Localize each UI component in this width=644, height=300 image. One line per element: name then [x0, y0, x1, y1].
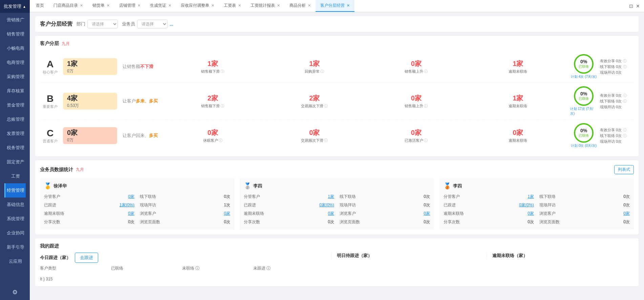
tab-close-icon[interactable]: ✕: [168, 3, 171, 8]
tier-bar-A[interactable]: 1家0万: [63, 58, 117, 75]
tier-row-C: C普通客户0家0万让客户回来、多买0家休眠客户 ⓘ0家交易频次下滑 ⓘ0家已激活…: [40, 120, 634, 152]
tab-label: 门店商品目录: [53, 3, 78, 8]
tab-actions: ⊡ ✕: [629, 3, 643, 9]
sidebar-item-新手引导[interactable]: 新手引导: [4, 240, 26, 254]
stat-value[interactable]: 0家: [528, 211, 534, 216]
stat-value[interactable]: 0家: [424, 211, 430, 216]
sidebar-item-固定资产[interactable]: 固定资产: [4, 155, 26, 169]
tab-label: 店铺管理: [119, 3, 135, 8]
stat-value[interactable]: 0家: [128, 211, 134, 216]
staff-card-0: 🥇徐泽华分管客户0家线下联络0次已跟进1家(0%)现场拜访1次逾期未联络0家浏览…: [40, 178, 234, 230]
sidebar-item-营销推广[interactable]: 营销推广: [4, 13, 26, 27]
sidebar-item-工资[interactable]: 工资: [4, 169, 26, 183]
staff-medal-0: 🥇: [44, 182, 51, 190]
stat-label: 线下联络: [539, 194, 556, 200]
tab-销货单[interactable]: 销货单✕: [88, 0, 114, 12]
staff-medal-1: 🥈: [244, 182, 251, 190]
list-view-btn[interactable]: 列表式: [614, 165, 634, 174]
more-filter-btn[interactable]: ...: [170, 22, 173, 27]
dept-select[interactable]: 请选择: [87, 20, 118, 28]
stat-value[interactable]: 0家: [128, 194, 134, 200]
col-linked: 已联络: [111, 266, 181, 271]
tab-商品分析[interactable]: 商品分析✕: [285, 0, 316, 12]
sidebar-item-资金管理[interactable]: 资金管理: [4, 98, 26, 112]
tier-stat-2[interactable]: 0家销售额上升 ⓘ: [367, 59, 466, 74]
sidebar-item-云应用[interactable]: 云应用: [4, 254, 26, 269]
stat-label: 浏览客户: [140, 211, 156, 216]
tab-门店商品目录[interactable]: 门店商品目录✕: [49, 0, 88, 12]
sidebar-item-企业协同[interactable]: 企业协同: [4, 226, 26, 240]
tab-首页[interactable]: 首页: [31, 0, 49, 12]
stat-value[interactable]: 1家: [528, 194, 534, 200]
tier-slogan-C: 让客户回来、多买: [120, 133, 160, 139]
staff-stat-left-0: 分管客户1家: [444, 193, 534, 200]
staff-name-1: 李四: [253, 183, 262, 189]
tab-生成凭证[interactable]: 生成凭证✕: [145, 0, 176, 12]
tab-工资统计报表[interactable]: 工资统计报表✕: [246, 0, 285, 12]
tab-close-icon[interactable]: ✕: [137, 3, 141, 8]
sidebar-item-小畅电商[interactable]: 小畅电商: [4, 41, 26, 55]
circle-plan-label[interactable]: 计划 4次 (7天/次): [571, 74, 597, 79]
staff-stat-right-1: 现场拜访1次: [140, 202, 230, 209]
tab-close-icon[interactable]: ✕: [277, 3, 280, 8]
restore-icon[interactable]: ⊡: [629, 3, 633, 9]
tab-close-icon[interactable]: ✕: [238, 3, 241, 8]
circle-plan-label[interactable]: 计划 0次 (0天/次): [571, 143, 597, 148]
sidebar-top[interactable]: 批发管理 ▲: [0, 0, 30, 13]
tier-stat-3[interactable]: 1家逾期未联络: [469, 59, 568, 74]
tab-工资表[interactable]: 工资表✕: [219, 0, 246, 12]
tier-stat-2[interactable]: 0家销售额上升 ⓘ: [367, 94, 466, 109]
stat-value[interactable]: 0家: [224, 211, 230, 216]
goto-followup-btn[interactable]: 去跟进: [75, 253, 98, 263]
tab-close-icon[interactable]: ✕: [107, 3, 110, 8]
circle-plan-label[interactable]: 计划 17次 (7天/次): [570, 107, 597, 116]
stat-value[interactable]: 0家(0%): [519, 202, 534, 208]
tier-stat-3[interactable]: 0家逾期未联络: [469, 128, 568, 143]
staff-name-row-2: 🥉李四: [444, 182, 630, 190]
sidebar-item-发票管理[interactable]: 发票管理: [4, 126, 26, 141]
tab-close-icon[interactable]: ✕: [211, 3, 214, 8]
sidebar-item-基础信息[interactable]: 基础信息: [4, 198, 26, 212]
tier-stat-0[interactable]: 0家休眠客户 ⓘ: [163, 128, 262, 143]
sidebar-item-库存核算[interactable]: 库存核算: [4, 84, 26, 98]
stat-value: 0次: [623, 194, 630, 200]
sidebar-item-总账管理[interactable]: 总账管理: [4, 112, 26, 126]
stat-label: 浏览页面数: [539, 219, 560, 225]
close-window-icon[interactable]: ✕: [636, 3, 640, 9]
tier-stat-1[interactable]: 0家交易频次下滑 ⓘ: [265, 128, 364, 143]
stat-value[interactable]: 1家: [328, 194, 334, 200]
stat-value[interactable]: 0家: [623, 211, 630, 216]
stat-count: 2家: [208, 94, 218, 103]
tab-close-icon[interactable]: ✕: [308, 3, 311, 8]
tier-stat-0[interactable]: 1家销售额下滑 ⓘ: [163, 59, 262, 74]
staff-select[interactable]: 请选择: [137, 20, 168, 28]
tab-客户分层经营[interactable]: 客户分层经营✕: [316, 0, 355, 12]
stat-value[interactable]: 0家(0%): [319, 202, 334, 208]
tab-店铺管理[interactable]: 店铺管理✕: [114, 0, 145, 12]
tab-close-icon[interactable]: ✕: [347, 3, 350, 8]
tier-bar-B[interactable]: 4家0.53万: [63, 93, 117, 110]
tab-close-icon[interactable]: ✕: [80, 3, 83, 8]
staff-stat-left-1: 已跟进0家(0%): [444, 202, 534, 209]
stat-count: 1家: [208, 59, 218, 68]
tab-应收应付调整单[interactable]: 应收应付调整单✕: [176, 0, 219, 12]
sidebar-item-销售管理[interactable]: 销售管理: [4, 27, 26, 41]
settings-button[interactable]: ⚙: [0, 284, 30, 300]
sidebar-item-经营管理[interactable]: 经营管理: [4, 183, 26, 198]
stat-value[interactable]: 1家(0%): [120, 202, 134, 208]
tier-stat-3[interactable]: 1家逾期未联络: [469, 94, 568, 109]
tier-stat-2[interactable]: 0家已激活客户 ⓘ: [367, 128, 466, 143]
tier-stat-0[interactable]: 2家销售额下滑 ⓘ: [163, 94, 262, 109]
sidebar-item-税务管理[interactable]: 税务管理: [4, 141, 26, 155]
tier-bar-C[interactable]: 0家0万: [63, 127, 117, 144]
stat-value[interactable]: 0家: [328, 211, 334, 216]
staff-stat-left-3: 分享次数0次: [44, 218, 134, 226]
tier-amount: 0万: [67, 137, 78, 143]
sidebar-item-电商管理[interactable]: 电商管理: [4, 55, 26, 70]
tier-stat-1[interactable]: 1家回购异常 ⓘ: [265, 59, 364, 74]
tier-amount: 0万: [67, 68, 78, 74]
staff-stat-right-0: 线下联络0次: [140, 193, 230, 200]
sidebar-item-采购管理[interactable]: 采购管理: [4, 70, 26, 84]
sidebar-item-系统管理[interactable]: 系统管理: [4, 212, 26, 226]
tier-stat-1[interactable]: 2家交易频次下滑 ⓘ: [265, 94, 364, 109]
